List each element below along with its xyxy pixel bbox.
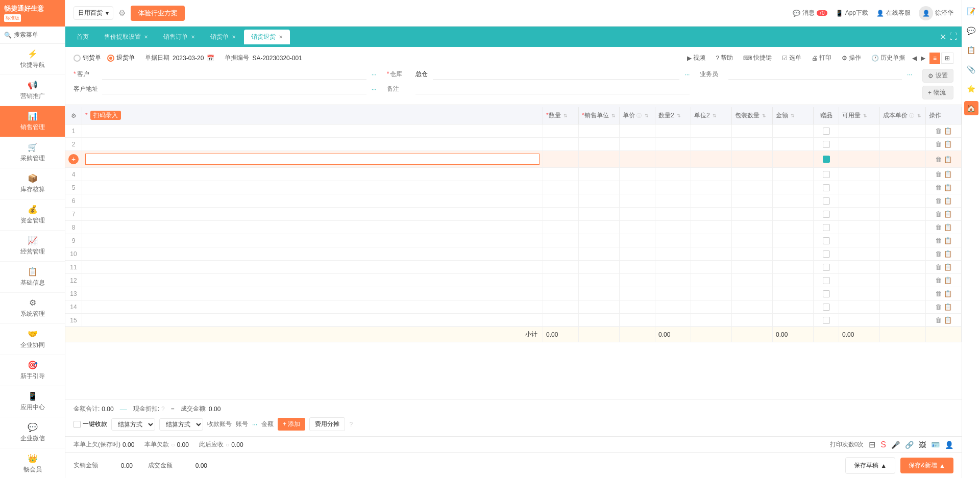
tab-close-icon[interactable]: ✕ [144, 34, 148, 40]
sidebar-item-shortcut[interactable]: ⚡ 快捷导航 [0, 44, 65, 75]
row-cost[interactable] [880, 138, 926, 151]
account-dots-icon[interactable]: ··· [252, 421, 257, 428]
gift-checkbox[interactable] [823, 290, 830, 297]
nav-prev-icon[interactable]: ◀ [912, 55, 917, 62]
pkg-sort-icon[interactable]: ⇅ [762, 113, 766, 118]
customer-input[interactable] [102, 69, 366, 80]
scan-button[interactable]: 扫码录入 [90, 111, 121, 120]
row-qty[interactable] [543, 124, 579, 138]
product-input-active[interactable] [85, 154, 540, 165]
right-panel-star-btn[interactable]: ⭐ [964, 82, 978, 96]
delete-row-icon[interactable]: 🗑 [935, 210, 942, 218]
save-draft-button[interactable]: 保存草稿 ▲ [845, 457, 895, 474]
gift-checkbox[interactable] [823, 224, 830, 231]
radio-sales[interactable]: 销货单 [74, 54, 101, 62]
video-btn[interactable]: ▶ 视频 [684, 52, 708, 64]
sidebar-item-system[interactable]: ⚙ 系统管理 [0, 293, 65, 324]
sidebar-item-operations[interactable]: 📈 经营管理 [0, 231, 65, 262]
tab-close-icon[interactable]: ✕ [191, 34, 195, 40]
row-product[interactable] [82, 138, 543, 151]
user-avatar[interactable]: 👤 徐泽华 [919, 6, 953, 20]
row-qty-active[interactable] [543, 151, 579, 168]
cost-info-icon[interactable]: ⓘ [909, 113, 914, 118]
copy-row-icon[interactable]: 📋 [944, 316, 952, 324]
gift-checkbox[interactable] [823, 304, 830, 311]
experience-button[interactable]: 体验行业方案 [131, 6, 185, 21]
maximize-icon[interactable]: ⛶ [949, 32, 958, 42]
settings-gear-icon[interactable]: ⚙ [118, 8, 126, 18]
gift-checkbox[interactable] [823, 128, 830, 135]
sidebar-item-wechat[interactable]: 💬 企业微信 [0, 417, 65, 448]
gift-checkbox[interactable] [823, 264, 830, 271]
copy-row-icon[interactable]: 📋 [944, 263, 952, 271]
app-download-button[interactable]: 📱 App下载 [836, 9, 868, 17]
copy-row-icon[interactable]: 📋 [944, 184, 952, 191]
print-btn[interactable]: 🖨 打印 [808, 52, 835, 64]
sidebar-item-sales[interactable]: 📊 销售管理 [0, 106, 65, 137]
category-select[interactable]: 日用百货 ▾ [74, 6, 113, 20]
address-input[interactable] [102, 84, 366, 94]
amount-sort-icon[interactable]: ⇅ [791, 113, 795, 118]
row-price-active[interactable] [620, 151, 655, 168]
row-unit[interactable] [579, 138, 620, 151]
calendar-icon[interactable]: 📅 [207, 55, 214, 62]
product-input[interactable] [85, 128, 540, 135]
copy-row-icon[interactable]: 📋 [944, 276, 952, 284]
delete-row-icon[interactable]: 🗑 [935, 276, 942, 284]
row-product-active[interactable] [82, 151, 543, 168]
row-avail[interactable] [839, 124, 880, 138]
copy-row-icon[interactable]: 📋 [944, 223, 952, 231]
split-help-icon[interactable]: ? [349, 421, 353, 428]
copy-row-icon[interactable]: 📋 [944, 170, 952, 178]
settings-side-button[interactable]: ⚙ 设置 [922, 69, 953, 83]
logistics-side-button[interactable]: + 物流 [922, 86, 953, 99]
row-price[interactable] [620, 138, 655, 151]
gift-checkbox[interactable] [823, 197, 830, 205]
gift-checkbox[interactable] [823, 184, 830, 191]
row-gift[interactable] [814, 138, 839, 151]
sidebar-item-inventory[interactable]: 📦 库存核算 [0, 168, 65, 199]
delete-row-icon[interactable]: 🗑 [935, 303, 942, 311]
right-panel-comment-btn[interactable]: 💬 [964, 23, 978, 38]
note-input[interactable] [415, 84, 690, 94]
delete-row-icon[interactable]: 🗑 [935, 290, 942, 297]
help-btn[interactable]: ? 帮助 [713, 52, 736, 64]
copy-row-icon[interactable]: 📋 [944, 197, 952, 205]
copy-row-icon[interactable]: 📋 [944, 140, 952, 148]
qty-sort-icon[interactable]: ⇅ [564, 113, 568, 118]
tab-close-icon[interactable]: ✕ [232, 34, 236, 40]
row-product[interactable] [82, 124, 543, 138]
delete-row-icon[interactable]: 🗑 [935, 184, 942, 191]
gift-checkbox[interactable] [823, 141, 830, 148]
row-qty2[interactable] [655, 124, 691, 138]
cost-sort-icon[interactable]: ⇅ [917, 113, 921, 118]
gift-checkbox[interactable] [823, 250, 830, 258]
radio-return[interactable]: 退货单 [107, 54, 135, 62]
row-unit2[interactable] [691, 138, 732, 151]
row-qty[interactable] [543, 138, 579, 151]
tab-price-setting[interactable]: 售价提取设置 ✕ [97, 30, 155, 44]
salesperson-select-icon[interactable]: ··· [907, 71, 912, 78]
sidebar-search[interactable]: 🔍 搜索菜单 [0, 27, 65, 44]
tab-sales-return[interactable]: 销货退货 ✕ [244, 30, 290, 44]
sidebar-item-marketing[interactable]: 📢 营销推广 [0, 75, 65, 106]
gift-checkbox[interactable] [823, 317, 830, 324]
address-select-icon[interactable]: ··· [372, 86, 377, 93]
row-gift[interactable] [814, 124, 839, 138]
row-cost-active[interactable] [880, 151, 926, 168]
row-pkg[interactable] [732, 124, 773, 138]
online-service-button[interactable]: 👤 在线客服 [876, 9, 911, 17]
delete-row-icon[interactable]: 🗑 [935, 127, 942, 135]
delete-row-icon[interactable]: 🗑 [935, 316, 942, 324]
row-pkg-active[interactable] [732, 151, 773, 168]
customer-select-icon[interactable]: ··· [372, 71, 377, 78]
delete-row-icon[interactable]: 🗑 [935, 156, 942, 163]
operation-btn[interactable]: ⚙ 操作 [839, 52, 864, 64]
row-unit-active[interactable] [579, 151, 620, 168]
unit2-sort-icon[interactable]: ⇅ [713, 113, 717, 118]
unit-sort-icon[interactable]: ⇅ [611, 113, 616, 118]
gift-checkbox[interactable] [823, 237, 830, 244]
row-pkg[interactable] [732, 138, 773, 151]
tab-sales-order[interactable]: 销售订单 ✕ [156, 30, 202, 44]
tab-home[interactable]: 首页 [69, 30, 96, 44]
